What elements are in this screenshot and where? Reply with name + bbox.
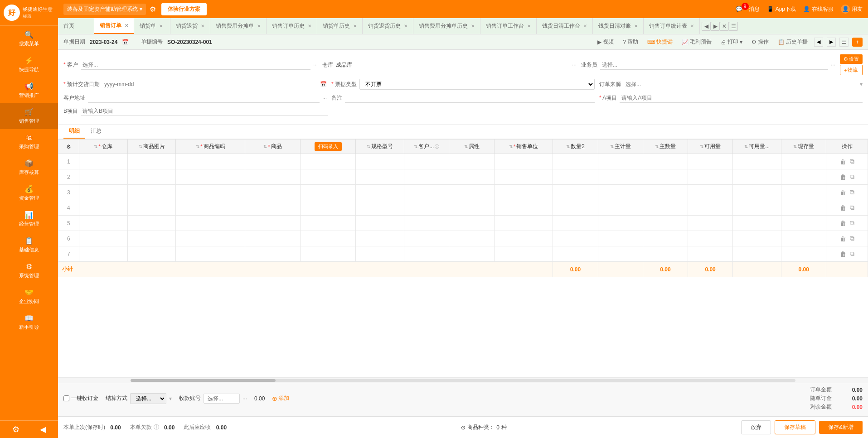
history-btn[interactable]: 📋 历史单据 (775, 37, 810, 47)
shortcut-btn[interactable]: ⌨ 快捷键 (645, 37, 675, 47)
tab-order-workbench-close[interactable]: ✕ (527, 24, 531, 29)
row-5-product[interactable] (245, 216, 301, 231)
scroll-track[interactable] (131, 379, 795, 382)
tab-sales-goods[interactable]: 销货单 ✕ (134, 18, 170, 34)
row-6-code[interactable] (176, 231, 245, 246)
tab-sales-order-close[interactable]: ✕ (125, 23, 128, 28)
salesperson-input[interactable] (600, 60, 828, 70)
row-6-warehouse[interactable] (79, 231, 127, 246)
tab-sales-order[interactable]: 销售订单 ✕ (94, 18, 134, 34)
col-warehouse[interactable]: ⇅*仓库 (79, 140, 127, 154)
operation-btn[interactable]: ⚙ 操作 (749, 37, 771, 47)
tab-expense-history[interactable]: 销售费用分摊单历史 ✕ (413, 18, 480, 34)
row-6-product[interactable] (245, 231, 301, 246)
row-2-mqty[interactable] (643, 169, 688, 185)
row-3-unit[interactable] (494, 185, 553, 200)
help-btn[interactable]: ? 帮助 (620, 37, 641, 47)
row-4-mqty[interactable] (643, 200, 688, 216)
sidebar-item-search[interactable]: 🔍 搜索菜单 (0, 26, 58, 52)
row-2-code[interactable] (176, 169, 245, 185)
customer-input[interactable] (81, 60, 310, 70)
save-draft-btn[interactable]: 保存草稿 (775, 420, 815, 434)
row-1-copy-btn[interactable]: ⧉ (849, 158, 855, 165)
col-scan[interactable]: 扫码录入 (301, 140, 356, 154)
row-4-delete-btn[interactable]: 🗑 (839, 204, 847, 212)
one-click-checkbox-input[interactable] (63, 395, 69, 401)
prev-record-btn[interactable]: ◀ (814, 38, 823, 47)
row-1-qty2[interactable] (553, 154, 598, 169)
tab-stats-close[interactable]: ✕ (690, 24, 694, 29)
tab-order-workbench[interactable]: 销售订单工作台 ✕ (480, 18, 537, 34)
tab-reconcile[interactable]: 钱货日清对账 ✕ (593, 18, 644, 34)
delivery-input[interactable] (102, 80, 317, 89)
tab-menu-btn[interactable]: ☰ (729, 22, 738, 31)
invoice-select[interactable]: 不开票 增值税普通发票 增值税专用发票 (359, 79, 595, 90)
sidebar-item-inventory[interactable]: 📦 库存核算 (0, 154, 58, 180)
account-dots[interactable]: ··· (242, 395, 247, 402)
online-support-item[interactable]: 👤 在线客服 (803, 5, 834, 13)
row-4-code[interactable] (176, 200, 245, 216)
footer-add-btn[interactable]: ⊕ 添加 (272, 395, 289, 402)
col-unit[interactable]: ⇅*销售单位 (494, 140, 553, 154)
row-4-warehouse[interactable] (79, 200, 127, 216)
collapse-icon[interactable]: ◀ (40, 424, 46, 434)
col-product[interactable]: ⇅*商品 (245, 140, 301, 154)
row-3-delete-btn[interactable]: 🗑 (839, 188, 847, 196)
scan-btn[interactable]: 扫码录入 (315, 142, 342, 151)
sidebar-item-marketing[interactable]: 📢 营销推广 (0, 77, 58, 103)
new-record-btn[interactable]: + (852, 38, 863, 47)
one-click-checkbox[interactable]: 一键收订金 (63, 395, 98, 402)
row-7-qty2[interactable] (553, 246, 598, 262)
row-1-mqty[interactable] (643, 154, 688, 169)
row-2-copy-btn[interactable]: ⧉ (849, 173, 855, 181)
system-selector[interactable]: 装备及固定资产辅助管理系统 ▾ (63, 4, 146, 15)
add-material-btn[interactable]: +物流 (840, 65, 863, 75)
tab-sales-expense-close[interactable]: ✕ (257, 24, 261, 29)
row-5-copy-btn[interactable]: ⧉ (849, 219, 855, 227)
row-6-delete-btn[interactable]: 🗑 (839, 235, 847, 242)
row-1-product[interactable] (245, 154, 301, 169)
customer-dots[interactable]: ··· (313, 62, 318, 68)
row-4-qty2[interactable] (553, 200, 598, 216)
sidebar-item-purchase[interactable]: 🛍 采购管理 (0, 129, 58, 154)
row-2-unit[interactable] (494, 169, 553, 185)
row-5-delete-btn[interactable]: 🗑 (839, 219, 847, 227)
tab-summary[interactable]: 汇总 (85, 125, 107, 139)
row-6-copy-btn[interactable]: ⧉ (849, 235, 855, 242)
sidebar-item-basic[interactable]: 📋 基础信息 (0, 232, 58, 258)
payment-select[interactable]: 选择... (130, 393, 166, 404)
row-1-unit[interactable] (494, 154, 553, 169)
warehouse-dots[interactable]: ··· (572, 62, 577, 68)
salesperson-dots[interactable]: ··· (831, 62, 835, 68)
calendar-icon[interactable]: 📅 (122, 39, 129, 45)
row-6-qty2[interactable] (553, 231, 598, 246)
tab-stats[interactable]: 销售订单统计表 ✕ (644, 18, 700, 34)
row-2-warehouse[interactable] (79, 169, 127, 185)
row-3-copy-btn[interactable]: ⧉ (849, 188, 855, 196)
col-gear[interactable]: ⚙ (58, 140, 79, 154)
calendar2-icon[interactable]: 📅 (320, 81, 327, 87)
tab-home[interactable]: 首页 (58, 18, 94, 34)
sidebar-item-guide[interactable]: 📖 新手引导 (0, 309, 58, 335)
tab-sales-expense[interactable]: 销售费用分摊单 ✕ (210, 18, 267, 34)
row-3-mqty[interactable] (643, 185, 688, 200)
sidebar-item-finance[interactable]: 💰 资金管理 (0, 180, 58, 206)
row-1-code[interactable] (176, 154, 245, 169)
sidebar-item-shortcuts[interactable]: ⚡ 快捷导航 (0, 52, 58, 77)
print-btn[interactable]: 🖨 打印 ▾ (718, 37, 745, 47)
row-7-product[interactable] (245, 246, 301, 262)
tab-detail[interactable]: 明细 (63, 125, 85, 139)
row-4-unit[interactable] (494, 200, 553, 216)
tab-sales-goods-close[interactable]: ✕ (159, 24, 163, 29)
sidebar-item-sales[interactable]: 🛒 销售管理 (0, 103, 58, 129)
profit-btn[interactable]: 📈 毛利预告 (679, 37, 714, 47)
row-7-mqty[interactable] (643, 246, 688, 262)
tab-close-all-btn[interactable]: ✕ (720, 22, 729, 31)
row-5-mqty[interactable] (643, 216, 688, 231)
user-item[interactable]: 👤 用友 (841, 5, 863, 14)
industry-btn[interactable]: 体验行业方案 (161, 3, 207, 15)
tab-sales-order-history[interactable]: 销售订单历史 ✕ (267, 18, 317, 34)
row-5-qty2[interactable] (553, 216, 598, 231)
settings-gear-icon[interactable]: ⚙ (150, 5, 156, 14)
tab-daily-workbench[interactable]: 钱货日清工作台 ✕ (537, 18, 593, 34)
